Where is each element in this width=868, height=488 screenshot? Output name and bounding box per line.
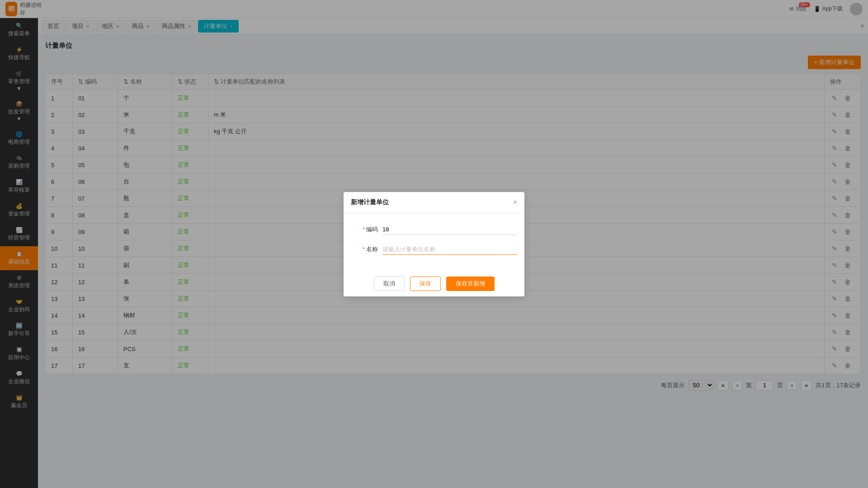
modal-header: 新增计量单位 × [344,192,524,213]
form-row-name: *名称 [351,244,517,255]
code-input[interactable] [382,224,517,235]
required-mark: * [363,226,365,233]
modal-close-button[interactable]: × [513,198,517,206]
modal-title: 新增计量单位 [351,198,389,206]
cancel-button[interactable]: 取消 [374,277,405,291]
form-code-label: *编码 [351,225,378,234]
name-input[interactable] [382,244,517,255]
save-new-button[interactable]: 保存并新增 [446,277,495,291]
modal-body: *编码 *名称 [344,213,524,271]
form-name-label: *名称 [351,245,378,253]
form-row-code: *编码 [351,224,517,235]
save-button[interactable]: 保存 [410,277,441,291]
modal-dialog: 新增计量单位 × *编码 *名称 取消 保存 保存并新增 [344,192,524,296]
modal-footer: 取消 保存 保存并新增 [344,271,524,296]
modal-overlay: 新增计量单位 × *编码 *名称 取消 保存 保存并新增 [0,0,868,488]
required-mark-name: * [363,246,365,253]
